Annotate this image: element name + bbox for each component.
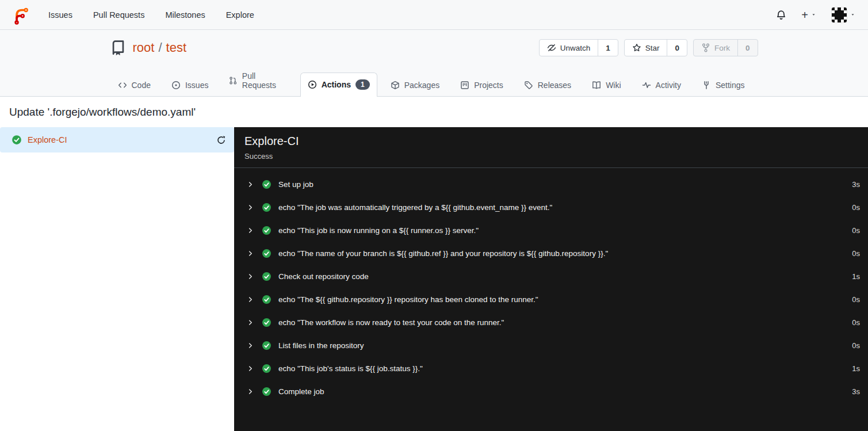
success-check-icon bbox=[262, 341, 272, 350]
unwatch-button[interactable]: Unwatch 1 bbox=[539, 39, 618, 56]
avatar bbox=[831, 7, 847, 23]
step-row[interactable]: echo "This job's status is ${{ job.statu… bbox=[247, 357, 860, 380]
tag-icon bbox=[524, 81, 533, 90]
plus-icon: + bbox=[801, 9, 808, 21]
step-row[interactable]: echo "This job is now running on a ${{ r… bbox=[247, 219, 860, 242]
chevron-right-icon bbox=[247, 273, 254, 280]
forks-count: 0 bbox=[737, 40, 758, 56]
tab-pull-requests[interactable]: Pull Requests bbox=[221, 64, 294, 96]
nav-item-milestones[interactable]: Milestones bbox=[155, 0, 215, 29]
step-duration: 0s bbox=[845, 203, 860, 212]
repo-actions: Unwatch 1 Star 0 Fork 0 bbox=[539, 39, 758, 56]
chevron-right-icon bbox=[247, 181, 254, 188]
step-name: echo "The job was automatically triggere… bbox=[278, 203, 552, 212]
success-check-icon bbox=[262, 318, 272, 327]
fork-label: Fork bbox=[714, 44, 730, 52]
chevron-right-icon bbox=[247, 227, 254, 234]
unwatch-label: Unwatch bbox=[560, 44, 591, 52]
step-duration: 0s bbox=[845, 226, 860, 235]
step-name: echo "This job is now running on a ${{ r… bbox=[278, 226, 479, 235]
nav-item-pull-requests[interactable]: Pull Requests bbox=[83, 0, 155, 29]
tab-label: Activity bbox=[656, 81, 681, 90]
success-check-icon bbox=[262, 203, 272, 212]
tab-label: Packages bbox=[404, 81, 439, 90]
run-commit-title: Update '.forgejo/workflows/demo.yaml' bbox=[0, 97, 868, 127]
chevron-right-icon bbox=[247, 204, 254, 211]
repo-name-link[interactable]: test bbox=[166, 40, 186, 55]
chevron-right-icon bbox=[247, 388, 254, 395]
step-row[interactable]: Set up job3s bbox=[247, 173, 860, 196]
stars-count[interactable]: 0 bbox=[667, 40, 687, 56]
step-row[interactable]: Complete job3s bbox=[247, 380, 860, 403]
step-duration: 0s bbox=[845, 249, 860, 258]
tab-wiki[interactable]: Wiki bbox=[584, 74, 628, 96]
eye-slash-icon bbox=[547, 43, 556, 52]
fork-icon bbox=[701, 43, 710, 52]
step-name: List files in the repository bbox=[278, 341, 364, 350]
user-menu-dropdown[interactable] bbox=[831, 7, 855, 23]
chevron-down-icon bbox=[811, 13, 816, 17]
step-row[interactable]: echo "The name of your branch is ${{ git… bbox=[247, 242, 860, 265]
step-row[interactable]: List files in the repository0s bbox=[247, 334, 860, 357]
success-check-icon bbox=[262, 364, 272, 373]
step-name: Check out repository code bbox=[278, 272, 369, 281]
repo-breadcrumb: root/test bbox=[133, 40, 187, 55]
success-check-icon bbox=[262, 226, 272, 235]
step-row[interactable]: echo "The workflow is now ready to test … bbox=[247, 311, 860, 334]
star-button[interactable]: Star 0 bbox=[624, 39, 687, 56]
tab-packages[interactable]: Packages bbox=[383, 74, 447, 96]
star-label: Star bbox=[645, 44, 660, 52]
watchers-count[interactable]: 1 bbox=[598, 40, 618, 56]
forgejo-logo-icon[interactable] bbox=[12, 5, 31, 25]
job-steps-list: Set up job3s echo "The job was automatic… bbox=[234, 168, 868, 407]
success-check-icon bbox=[262, 249, 272, 258]
tab-actions[interactable]: Actions1 bbox=[300, 73, 377, 97]
step-row[interactable]: echo "The ${{ github.repository }} repos… bbox=[247, 288, 860, 311]
tab-projects[interactable]: Projects bbox=[453, 74, 511, 96]
package-cube-icon bbox=[391, 81, 400, 90]
chevron-down-icon bbox=[850, 13, 855, 17]
step-name: Complete job bbox=[278, 387, 324, 396]
tab-releases[interactable]: Releases bbox=[517, 74, 579, 96]
nav-item-issues[interactable]: Issues bbox=[38, 0, 83, 29]
tab-settings[interactable]: Settings bbox=[694, 74, 752, 96]
step-row[interactable]: Check out repository code1s bbox=[247, 265, 860, 288]
nav-item-label: Explore bbox=[226, 10, 254, 20]
issue-circle-icon bbox=[171, 81, 181, 90]
step-duration: 3s bbox=[845, 387, 860, 396]
step-name: echo "The ${{ github.repository }} repos… bbox=[278, 295, 538, 304]
tab-label: Code bbox=[132, 81, 151, 90]
tab-issues[interactable]: Issues bbox=[164, 74, 216, 96]
tab-label: Settings bbox=[716, 81, 745, 90]
job-title: Explore-CI bbox=[244, 135, 858, 148]
project-board-icon bbox=[460, 81, 469, 90]
step-row[interactable]: echo "The job was automatically triggere… bbox=[247, 196, 860, 219]
nav-item-explore[interactable]: Explore bbox=[216, 0, 265, 29]
repo-title-row: root/test Unwatch 1 Star 0 Fork 0 bbox=[110, 30, 758, 64]
tab-code[interactable]: Code bbox=[110, 74, 158, 96]
rerun-refresh-icon[interactable] bbox=[216, 135, 226, 145]
success-check-icon bbox=[262, 387, 272, 396]
job-name: Explore-CI bbox=[28, 135, 67, 144]
create-new-dropdown[interactable]: + bbox=[801, 9, 816, 21]
success-check-icon bbox=[262, 295, 272, 304]
step-duration: 1s bbox=[845, 272, 860, 281]
repo-owner-link[interactable]: root bbox=[133, 40, 155, 55]
star-icon bbox=[632, 43, 641, 52]
repo-tab-bar: Code Issues Pull Requests Actions1 Packa… bbox=[0, 64, 868, 97]
nav-item-label: Pull Requests bbox=[93, 10, 144, 20]
chevron-right-icon bbox=[247, 319, 254, 326]
tab-label: Pull Requests bbox=[242, 71, 287, 90]
job-log-header: Explore-CI Success bbox=[234, 127, 868, 168]
notifications-bell-icon[interactable] bbox=[776, 10, 786, 20]
tab-label: Wiki bbox=[606, 81, 621, 90]
tab-activity[interactable]: Activity bbox=[634, 74, 689, 96]
workflow-run-page: Update '.forgejo/workflows/demo.yaml' Ex… bbox=[0, 97, 868, 431]
job-log-panel: Explore-CI Success Set up job3s echo "Th… bbox=[234, 127, 868, 431]
tools-icon bbox=[702, 81, 711, 90]
chevron-right-icon bbox=[247, 250, 254, 257]
step-duration: 0s bbox=[845, 318, 860, 327]
job-item-explore-ci[interactable]: Explore-CI bbox=[0, 127, 234, 152]
jobs-sidebar: Explore-CI bbox=[0, 127, 234, 431]
success-check-icon bbox=[262, 180, 272, 189]
